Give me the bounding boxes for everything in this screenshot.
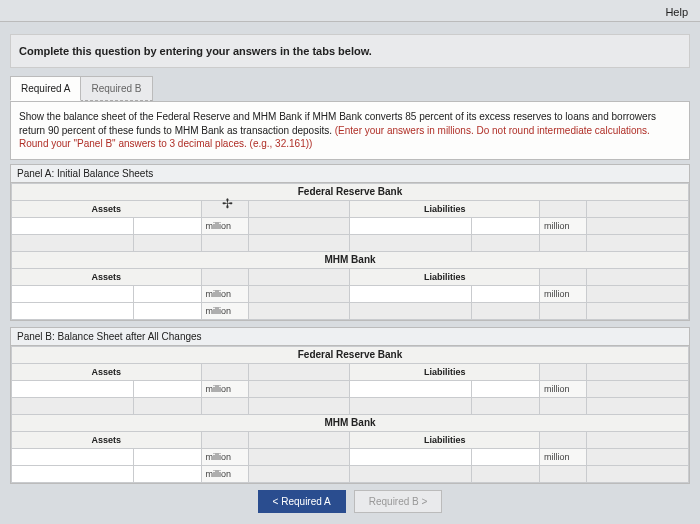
liab-head: Liabilities xyxy=(350,268,540,285)
assets-head: Assets xyxy=(12,268,202,285)
mhm-b-asset2-name[interactable] xyxy=(12,465,134,482)
unit: million xyxy=(201,380,248,397)
mhm-title-b: MHM Bank xyxy=(12,414,689,431)
unit: million xyxy=(201,302,248,319)
question-text: Show the balance sheet of the Federal Re… xyxy=(10,101,690,160)
frb-b-liab-val[interactable] xyxy=(472,380,540,397)
mhm-asset1-val[interactable] xyxy=(133,285,201,302)
nav-row: < Required A Required B > xyxy=(0,490,700,513)
mhm-asset2-val[interactable] xyxy=(133,302,201,319)
tab-required-b[interactable]: Required B xyxy=(80,76,152,101)
frb-asset-val[interactable] xyxy=(133,217,201,234)
liab-head: Liabilities xyxy=(350,363,540,380)
frb-liab-val[interactable] xyxy=(472,217,540,234)
unit: million xyxy=(201,285,248,302)
unit: million xyxy=(540,380,587,397)
instruction-text: Complete this question by entering your … xyxy=(10,34,690,68)
assets-head: Assets xyxy=(12,431,202,448)
panel-b-sheet: Federal Reserve Bank Assets Liabilities … xyxy=(10,346,690,484)
unit: million xyxy=(201,217,248,234)
help-link[interactable]: Help xyxy=(665,6,688,18)
mhm-b-asset1-name[interactable] xyxy=(12,448,134,465)
prev-button[interactable]: < Required A xyxy=(258,490,346,513)
frb-title-b: Federal Reserve Bank xyxy=(12,346,689,363)
unit: million xyxy=(540,217,587,234)
mhm-b-liab1-val[interactable] xyxy=(472,448,540,465)
assets-head: Assets xyxy=(12,200,202,217)
panel-b-label: Panel B: Balance Sheet after All Changes xyxy=(10,327,690,346)
mhm-asset2-name[interactable] xyxy=(12,302,134,319)
assets-head: Assets xyxy=(12,363,202,380)
tab-required-a[interactable]: Required A xyxy=(10,76,81,101)
next-button[interactable]: Required B > xyxy=(354,490,443,513)
mhm-asset1-name[interactable] xyxy=(12,285,134,302)
panel-a-label: Panel A: Initial Balance Sheets xyxy=(10,164,690,183)
frb-b-liab-name[interactable] xyxy=(350,380,472,397)
mhm-liab1-name[interactable] xyxy=(350,285,472,302)
liab-head: Liabilities xyxy=(350,200,540,217)
liab-head: Liabilities xyxy=(350,431,540,448)
frb-b-asset-name[interactable] xyxy=(12,380,134,397)
unit: million xyxy=(540,448,587,465)
mhm-liab1-val[interactable] xyxy=(472,285,540,302)
unit: million xyxy=(201,465,248,482)
unit: million xyxy=(201,448,248,465)
mhm-b-asset2-val[interactable] xyxy=(133,465,201,482)
tabs: Required A Required B xyxy=(10,76,700,101)
mhm-b-asset1-val[interactable] xyxy=(133,448,201,465)
frb-liab-name[interactable] xyxy=(350,217,472,234)
mhm-b-liab1-name[interactable] xyxy=(350,448,472,465)
frb-b-asset-val[interactable] xyxy=(133,380,201,397)
mhm-title: MHM Bank xyxy=(12,251,689,268)
frb-asset-name[interactable] xyxy=(12,217,134,234)
frb-title: Federal Reserve Bank xyxy=(12,183,689,200)
panel-a-sheet: Federal Reserve Bank Assets Liabilities … xyxy=(10,183,690,321)
unit: million xyxy=(540,285,587,302)
